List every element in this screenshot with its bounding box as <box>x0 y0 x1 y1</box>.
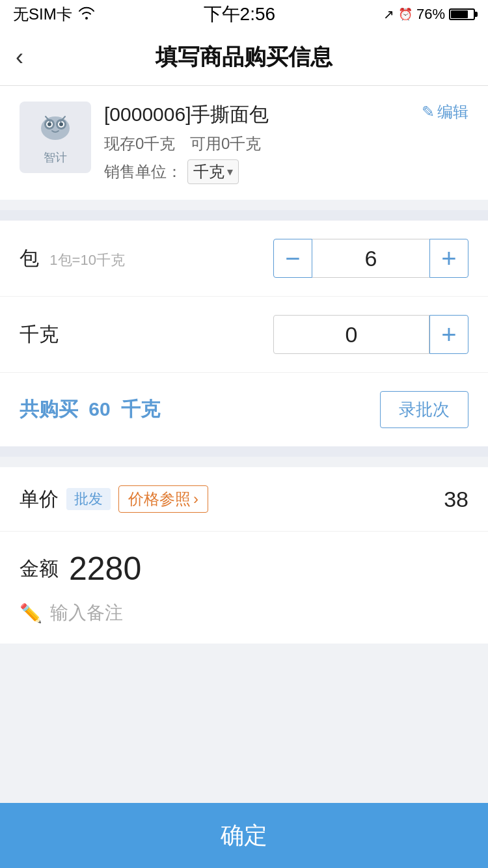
battery-fill <box>451 10 468 18</box>
price-ref-arrow: › <box>193 490 198 508</box>
back-button[interactable]: ‹ <box>16 44 23 71</box>
pack-hint: 1包=10千克 <box>49 252 125 268</box>
edit-icon: ✎ <box>422 103 435 121</box>
svg-point-5 <box>47 122 51 126</box>
batch-button[interactable]: 录批次 <box>380 391 468 428</box>
product-header: [0000006]手撕面包 ✎ 编辑 <box>104 102 468 133</box>
nav-bar: ‹ 填写商品购买信息 <box>0 29 488 86</box>
product-thumbnail: 智计 <box>20 102 91 173</box>
unit-chevron-icon: ▾ <box>227 165 233 179</box>
kg-quantity-input[interactable] <box>273 315 429 354</box>
pack-label: 包 1包=10千克 <box>20 245 273 272</box>
unit-selector[interactable]: 千克 ▾ <box>187 159 239 184</box>
page-title: 填写商品购买信息 <box>156 42 332 72</box>
pack-row: 包 1包=10千克 − + <box>0 221 488 297</box>
edit-button[interactable]: ✎ 编辑 <box>422 102 468 122</box>
pack-minus-button[interactable]: − <box>273 239 312 278</box>
svg-point-6 <box>59 122 63 126</box>
total-amount: 60 <box>88 398 110 420</box>
price-tag: 批发 <box>66 488 111 510</box>
svg-point-0 <box>41 116 70 140</box>
pack-input-section: 包 1包=10千克 − + 千克 + <box>0 221 488 373</box>
amount-section: 金额 2280 ✏️ 输入备注 <box>0 532 488 644</box>
product-name: [0000006]手撕面包 <box>104 102 269 128</box>
price-row: 单价 批发 价格参照 › 38 <box>0 467 488 532</box>
pack-qty-control: − + <box>273 239 468 278</box>
status-left: 无SIM卡 <box>13 4 96 25</box>
note-icon: ✏️ <box>20 603 42 624</box>
pack-quantity-input[interactable] <box>312 239 429 278</box>
status-bar: 无SIM卡 下午2:56 ↗ ⏰ 76% <box>0 0 488 29</box>
pack-plus-button[interactable]: + <box>429 239 468 278</box>
total-text: 共购买 60 千克 <box>20 396 160 423</box>
product-unit: 销售单位： 千克 ▾ <box>104 159 468 184</box>
kg-plus-button[interactable]: + <box>429 315 468 354</box>
status-right: ↗ ⏰ 76% <box>383 6 475 23</box>
amount-row: 金额 2280 <box>20 550 468 588</box>
total-row: 共购买 60 千克 录批次 <box>0 373 488 446</box>
carrier-text: 无SIM卡 <box>13 4 72 25</box>
section-divider-1 <box>0 210 488 221</box>
edit-label: 编辑 <box>437 102 468 122</box>
battery-percent: 76% <box>416 6 445 23</box>
section-divider-2 <box>0 446 488 457</box>
product-stock: 现存0千克 可用0千克 <box>104 133 468 154</box>
status-time: 下午2:56 <box>204 2 276 27</box>
product-info: [0000006]手撕面包 ✎ 编辑 现存0千克 可用0千克 销售单位： 千克 … <box>104 102 468 184</box>
note-placeholder: 输入备注 <box>50 601 123 625</box>
product-logo-text: 智计 <box>44 150 67 165</box>
kg-label: 千克 <box>20 321 273 348</box>
battery-icon <box>449 8 475 20</box>
kg-row: 千克 + <box>0 297 488 373</box>
price-ref-button[interactable]: 价格参照 › <box>118 485 208 513</box>
price-label: 单价 <box>20 486 59 513</box>
alarm-icon: ⏰ <box>398 7 413 21</box>
product-card: 智计 [0000006]手撕面包 ✎ 编辑 现存0千克 可用0千克 销售单位： … <box>0 86 488 200</box>
note-row[interactable]: ✏️ 输入备注 <box>20 601 468 625</box>
wifi-icon <box>77 5 96 23</box>
price-section: 单价 批发 价格参照 › 38 <box>0 467 488 532</box>
product-logo <box>36 110 75 148</box>
confirm-button[interactable]: 确定 <box>0 803 488 868</box>
amount-label: 金额 <box>20 556 59 582</box>
kg-qty-control: + <box>273 315 468 354</box>
confirm-label: 确定 <box>221 820 267 852</box>
location-icon: ↗ <box>383 7 394 22</box>
price-value: 38 <box>444 487 468 512</box>
amount-value: 2280 <box>69 550 141 588</box>
